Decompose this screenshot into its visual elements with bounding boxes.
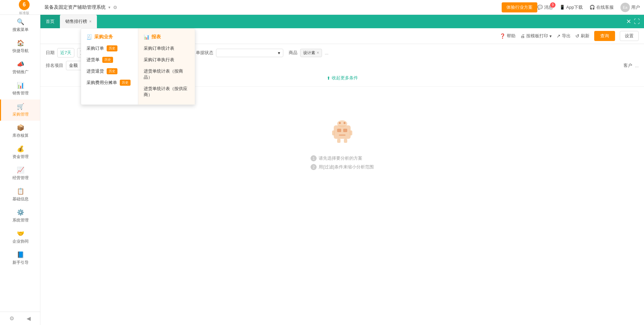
svg-rect-5 <box>350 130 352 135</box>
operations-icon: 📈 <box>17 166 24 174</box>
goods-label: 商品 <box>289 50 297 56</box>
sidebar-item-finance[interactable]: 💰 资金管理 <box>0 142 40 163</box>
sidebar-label-system: 系统管理 <box>12 217 29 223</box>
svg-rect-7 <box>344 139 347 143</box>
sidebar-item-marketing[interactable]: 📣 营销推广 <box>0 57 40 78</box>
sidebar-item-basic[interactable]: 📋 基础信息 <box>0 184 40 205</box>
sidebar-item-purchase[interactable]: 🛒 采购管理 <box>0 99 40 121</box>
top-bar: 6 标准版 装备及固定资产辅助管理系统 ▾ ⚙ 体验行业方案 💬 消息 9 📱 … <box>0 0 644 15</box>
menu-section-purchase: 🧾 采购业务 采购订单 历史 进货单 历史 进货退货 <box>81 29 138 105</box>
svg-rect-1 <box>337 129 341 132</box>
online-service-item[interactable]: 🎧 在线客服 <box>589 4 614 10</box>
app-download-label: App下载 <box>566 4 583 10</box>
sidebar-item-warehouse[interactable]: 📦 库存核算 <box>0 121 40 142</box>
help-icon: ❓ <box>500 33 505 39</box>
phone-icon: 📱 <box>560 5 565 10</box>
sidebar-label-operations: 经营管理 <box>12 175 29 181</box>
purchase-order-history[interactable]: 历史 <box>107 45 117 51</box>
query-btn[interactable]: 查询 <box>594 31 615 41</box>
export-btn[interactable]: ↗ 导出 <box>557 33 571 39</box>
user-item[interactable]: Ea 用户 <box>620 3 640 12</box>
top-right: 💬 消息 9 📱 App下载 🎧 在线客服 Ea 用户 <box>537 3 640 12</box>
report-section-icon: 📊 <box>144 34 149 40</box>
marketing-icon: 📣 <box>17 60 24 68</box>
logo-text: 标准版 <box>19 11 29 15</box>
sidebar-label-guide: 新手引导 <box>12 260 29 266</box>
sidebar-label-finance: 资金管理 <box>12 154 29 160</box>
goods-tag-close[interactable]: × <box>317 50 319 55</box>
sidebar-label-search: 搜索菜单 <box>12 27 29 33</box>
title-dropdown-arrow[interactable]: ▾ <box>108 5 110 10</box>
tab-home-label: 首页 <box>46 18 55 25</box>
sidebar-setting-btn[interactable]: ⚙ <box>9 315 14 322</box>
sidebar-label-purchase: 采购管理 <box>12 112 29 117</box>
logo-area: 6 标准版 <box>4 0 44 15</box>
industry-btn[interactable]: 体验行业方案 <box>502 2 537 12</box>
basic-icon: 📋 <box>17 188 24 195</box>
doc-status-select[interactable]: ▾ <box>216 49 283 57</box>
menu-item-order-stats[interactable]: 采购订单统计表 <box>138 43 195 54</box>
tip-text-1: 请先选择要分析的方案 <box>319 154 362 163</box>
sidebar-item-nav[interactable]: 🏠 快捷导航 <box>0 36 40 57</box>
help-label: 帮助 <box>507 33 515 39</box>
tab-close-btn[interactable]: ✕ <box>626 18 631 25</box>
menu-item-expense[interactable]: 采购费用分摊单 历史 <box>81 77 138 88</box>
refresh-icon: ↺ <box>575 33 579 39</box>
svg-point-8 <box>337 120 347 127</box>
menu-item-purchase-order[interactable]: 采购订单 历史 <box>81 43 138 54</box>
svg-rect-3 <box>339 134 346 136</box>
sidebar-bottom: ⚙ ◀ <box>0 312 40 325</box>
purchase-order-label: 采购订单 <box>86 45 104 51</box>
filter-doc-status: 单据状态 ▾ <box>196 49 283 57</box>
report-section-title: 报表 <box>151 34 161 40</box>
menu-item-order-exec[interactable]: 采购订单执行表 <box>138 54 195 66</box>
sidebar-item-system[interactable]: ⚙️ 系统管理 <box>0 205 40 227</box>
menu-item-return[interactable]: 进货退货 历史 <box>81 66 138 77</box>
date-label: 日期 <box>46 50 55 56</box>
sidebar-item-sales[interactable]: 📊 销售管理 <box>0 78 40 99</box>
guide-icon: 📘 <box>17 251 24 258</box>
svg-rect-4 <box>332 130 335 135</box>
print-btn[interactable]: 🖨 按模板打印 ▾ <box>520 33 552 39</box>
expense-history[interactable]: 历史 <box>120 80 131 86</box>
date-shortcut-7days[interactable]: 近7天 <box>57 48 74 57</box>
sidebar-collapse-btn[interactable]: ◀ <box>27 315 31 322</box>
empty-tips: 1 请先选择要分析的方案 2 用[过滤]条件来缩小分析范围 <box>311 154 373 171</box>
sidebar-label-marketing: 营销推广 <box>12 69 29 75</box>
sidebar-item-cooperation[interactable]: 🤝 企业协同 <box>0 227 40 248</box>
goods-more[interactable]: ... <box>325 50 328 55</box>
tip-text-2: 用[过滤]条件来缩小分析范围 <box>319 163 373 171</box>
settings-icon[interactable]: ⚙ <box>113 5 117 10</box>
help-btn[interactable]: ❓ 帮助 <box>500 33 515 39</box>
print-label: 按模板打印 <box>526 33 548 39</box>
tab-sales-rank-label: 销售排行榜 <box>65 18 87 25</box>
menu-item-inbound-stats-goods[interactable]: 进货单统计表（按商品） <box>138 66 195 83</box>
purchase-icon: 🛒 <box>17 103 24 110</box>
svg-rect-6 <box>337 139 341 143</box>
return-history[interactable]: 历史 <box>107 68 117 74</box>
menu-item-inbound-stats-supplier[interactable]: 进货单统计表（按供应商） <box>138 83 195 100</box>
refresh-btn[interactable]: ↺ 刷新 <box>575 33 589 39</box>
menu-item-inbound[interactable]: 进货单 历史 <box>81 54 138 66</box>
tab-home[interactable]: 首页 <box>40 15 60 28</box>
tab-sales-rank-close[interactable]: × <box>89 19 92 24</box>
sidebar-item-search[interactable]: 🔍 搜索菜单 <box>0 15 40 36</box>
cooperation-icon: 🤝 <box>17 230 24 237</box>
inbound-history[interactable]: 历史 <box>102 57 113 63</box>
tab-sales-rank[interactable]: 销售排行榜 × <box>60 15 97 28</box>
empty-icon <box>325 114 359 147</box>
app-download-item[interactable]: 📱 App下载 <box>560 4 583 10</box>
customer-more[interactable]: ... <box>635 63 639 68</box>
user-label: 用户 <box>631 4 640 10</box>
svg-rect-2 <box>343 129 347 132</box>
settings-filter-btn[interactable]: 设置 <box>620 31 639 41</box>
notification-item[interactable]: 💬 消息 9 <box>537 4 553 10</box>
tab-fullscreen-btn[interactable]: ⛶ <box>634 18 640 25</box>
sidebar-label-sales: 销售管理 <box>12 90 29 96</box>
collapse-btn[interactable]: ⬆ 收起更多条件 <box>325 74 359 82</box>
sidebar-item-operations[interactable]: 📈 经营管理 <box>0 163 40 184</box>
return-label: 进货退货 <box>86 68 104 74</box>
sidebar-item-guide[interactable]: 📘 新手引导 <box>0 248 40 269</box>
main-layout: 🔍 搜索菜单 🏠 快捷导航 📣 营销推广 📊 销售管理 🛒 采购管理 📦 库存核… <box>0 15 644 325</box>
svg-point-9 <box>339 122 341 124</box>
